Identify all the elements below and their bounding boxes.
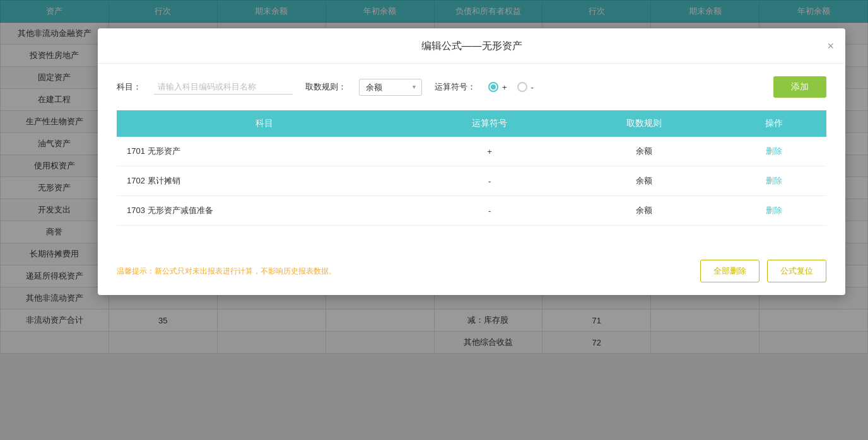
formula-form-row: 科目： 取数规则： 余额 借方 贷方 借方累计 贷方累计 运算符号： +	[117, 76, 826, 98]
operator-radio-group: + -	[488, 82, 534, 92]
operator-plus-label: +	[502, 83, 507, 92]
footer-tip: 温馨提示：新公式只对未出报表进行计算，不影响历史报表数据。	[117, 266, 336, 277]
formula-table: 科目 运算符号 取数规则 操作 1701 无形资产+余额删除1702 累计摊销-…	[117, 110, 826, 226]
row-action: 删除	[721, 166, 826, 196]
modal-close-button[interactable]: ×	[827, 40, 834, 52]
rule-label: 取数规则：	[305, 81, 346, 93]
col-header-action: 操作	[721, 110, 826, 137]
formula-table-body: 1701 无形资产+余额删除1702 累计摊销-余额删除1703 无形资产减值准…	[117, 137, 826, 226]
delete-row-button[interactable]: 删除	[766, 175, 782, 187]
col-header-operator: 运算符号	[413, 110, 567, 137]
modal-body: 科目： 取数规则： 余额 借方 贷方 借方累计 贷方累计 运算符号： +	[98, 64, 845, 251]
list-item: 1701 无形资产+余额删除	[117, 137, 826, 166]
delete-row-button[interactable]: 删除	[766, 205, 782, 216]
col-header-subject: 科目	[117, 110, 413, 137]
formula-reset-button[interactable]: 公式复位	[767, 260, 826, 282]
footer-buttons: 全部删除 公式复位	[700, 260, 826, 282]
row-rule: 余额	[566, 166, 721, 196]
row-subject: 1701 无形资产	[117, 137, 413, 166]
modal-footer: 温馨提示：新公式只对未出报表进行计算，不影响历史报表数据。 全部删除 公式复位	[98, 251, 845, 295]
subject-label: 科目：	[117, 81, 141, 93]
modal-header: 编辑公式——无形资产 ×	[98, 28, 845, 64]
row-operator: +	[413, 137, 567, 166]
delete-row-button[interactable]: 删除	[766, 146, 782, 157]
modal-title: 编辑公式——无形资产	[421, 40, 522, 53]
operator-plus-circle	[488, 82, 498, 92]
operator-minus-circle	[517, 82, 527, 92]
row-operator: -	[413, 196, 567, 226]
subject-input[interactable]	[154, 79, 293, 95]
formula-table-head: 科目 运算符号 取数规则 操作	[117, 110, 826, 137]
rule-select[interactable]: 余额 借方 贷方 借方累计 贷方累计	[359, 79, 422, 96]
edit-formula-modal: 编辑公式——无形资产 × 科目： 取数规则： 余额 借方 贷方 借方累计 贷方累…	[98, 28, 845, 295]
list-item: 1703 无形资产减值准备-余额删除	[117, 196, 826, 226]
row-rule: 余额	[566, 137, 721, 166]
add-button[interactable]: 添加	[773, 76, 826, 98]
operator-minus-radio[interactable]: -	[517, 82, 534, 92]
formula-table-header-row: 科目 运算符号 取数规则 操作	[117, 110, 826, 137]
row-action: 删除	[721, 137, 826, 166]
row-operator: -	[413, 166, 567, 196]
row-subject: 1703 无形资产减值准备	[117, 196, 413, 226]
col-header-rule: 取数规则	[566, 110, 721, 137]
operator-label: 运算符号：	[435, 81, 476, 93]
operator-minus-label: -	[531, 83, 534, 92]
delete-all-button[interactable]: 全部删除	[700, 260, 760, 282]
row-rule: 余额	[566, 196, 721, 226]
rule-select-wrap: 余额 借方 贷方 借方累计 贷方累计	[359, 79, 422, 96]
operator-plus-radio[interactable]: +	[488, 82, 507, 92]
row-action: 删除	[721, 196, 826, 226]
list-item: 1702 累计摊销-余额删除	[117, 166, 826, 196]
row-subject: 1702 累计摊销	[117, 166, 413, 196]
